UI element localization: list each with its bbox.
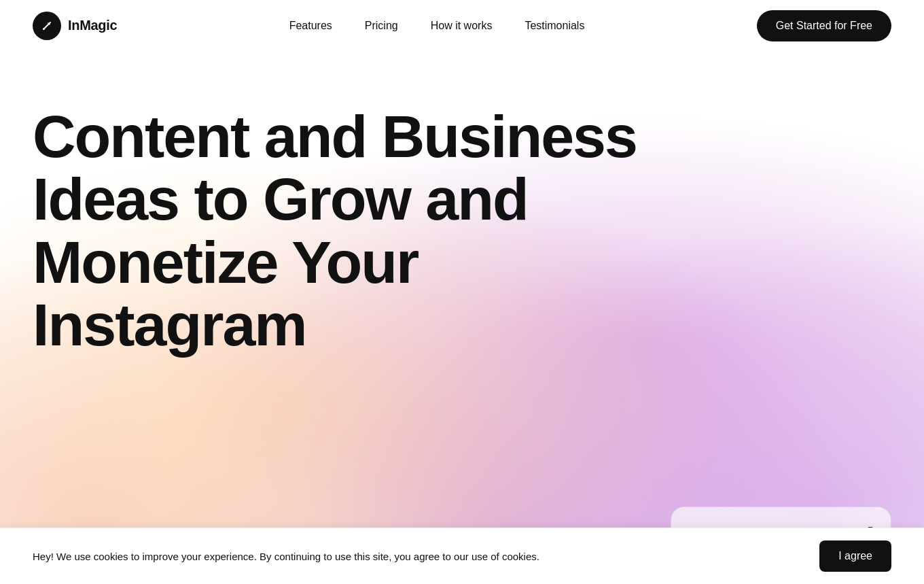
hero-title-line2: Ideas to Grow and bbox=[33, 165, 528, 233]
navbar: InMagic Features Pricing How it works Te… bbox=[0, 0, 924, 51]
svg-point-2 bbox=[43, 28, 45, 30]
logo-area[interactable]: InMagic bbox=[33, 12, 117, 40]
nav-features[interactable]: Features bbox=[289, 20, 332, 31]
cookie-message: Hey! We use cookies to improve your expe… bbox=[33, 551, 798, 562]
nav-testimonials[interactable]: Testimonials bbox=[525, 20, 584, 31]
brand-name: InMagic bbox=[68, 18, 117, 33]
nav-pricing[interactable]: Pricing bbox=[365, 20, 398, 31]
nav-cta-button[interactable]: Get Started for Free bbox=[757, 10, 891, 41]
cookie-banner: Hey! We use cookies to improve your expe… bbox=[0, 528, 924, 584]
hero-section: Content and Business Ideas to Grow and M… bbox=[0, 51, 924, 584]
hero-title-line1: Content and Business bbox=[33, 103, 637, 170]
hero-content: Content and Business Ideas to Grow and M… bbox=[33, 105, 891, 584]
hero-title-line3: Monetize Your Instagram bbox=[33, 228, 418, 358]
hero-title: Content and Business Ideas to Grow and M… bbox=[33, 105, 644, 357]
cookie-agree-button[interactable]: I agree bbox=[819, 540, 891, 572]
nav-links: Features Pricing How it works Testimonia… bbox=[289, 20, 585, 32]
logo-icon bbox=[33, 12, 61, 40]
nav-how-it-works[interactable]: How it works bbox=[431, 20, 493, 31]
